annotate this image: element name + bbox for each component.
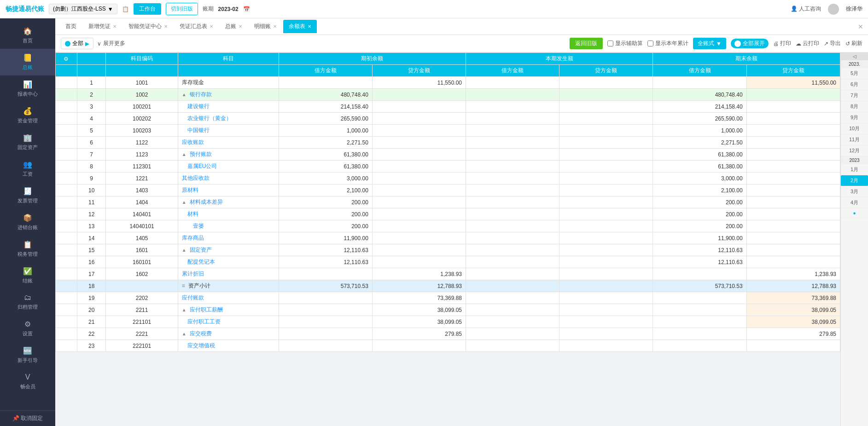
sidebar-item-payroll[interactable]: 👥 工资 xyxy=(0,155,55,182)
month-12[interactable]: 12月 xyxy=(841,145,868,156)
name-cell[interactable]: ▲ 银行存款 xyxy=(178,89,279,101)
month-10[interactable]: 10月 xyxy=(841,123,868,134)
tab-smart-voucher[interactable]: 智能凭证中心✕ xyxy=(123,20,173,33)
sidebar-item-tax[interactable]: 📋 税务管理 xyxy=(0,236,55,262)
name-cell[interactable]: ▲ 应付职工薪酬 xyxy=(178,304,279,316)
name-cell[interactable]: 建设银行 xyxy=(178,101,279,113)
sidebar-item-capital[interactable]: 💰 资金管理 xyxy=(0,102,55,129)
sidebar-item-purchase-sales[interactable]: 📦 进销台账 xyxy=(0,209,55,236)
close-new-voucher[interactable]: ✕ xyxy=(113,24,117,29)
sidebar-item-report[interactable]: 📊 报表中心 xyxy=(0,75,55,102)
sidebar-item-guide[interactable]: 🆕 新手引导 xyxy=(0,342,55,368)
month-11[interactable]: 11月 xyxy=(841,134,868,145)
expand-all-toggle[interactable]: 全部展开 xyxy=(731,39,769,48)
name-link[interactable]: 中国银行 xyxy=(187,127,210,133)
sidebar-item-home[interactable]: 🏠 首页 xyxy=(0,22,55,49)
sidebar-item-member[interactable]: V 畅会员 xyxy=(0,368,55,395)
name-cell[interactable]: ▲ 预付账款 xyxy=(178,149,279,161)
name-cell[interactable]: 应付职工工资 xyxy=(178,316,279,328)
refresh-button[interactable]: ↺ 刷新 xyxy=(845,40,862,47)
name-link[interactable]: 银行存款 xyxy=(190,91,212,98)
side-panel-collapse[interactable]: ◁ xyxy=(841,52,868,60)
cloud-print-button[interactable]: ☁ 云打印 xyxy=(796,40,819,47)
month-8[interactable]: 8月 xyxy=(841,101,868,112)
sidebar-item-settle[interactable]: ✅ 结账 xyxy=(0,262,55,289)
name-link[interactable]: 应收账款 xyxy=(182,139,204,145)
switch-old-button[interactable]: 切到旧版 xyxy=(166,3,198,15)
name-cell[interactable]: 库存商品 xyxy=(178,232,279,244)
name-cell[interactable]: 嘉属EU公司 xyxy=(178,161,279,173)
name-cell[interactable]: ▲ 应交税费 xyxy=(178,328,279,340)
name-link[interactable]: 材料 xyxy=(187,211,198,217)
show-aux-checkbox[interactable]: 显示辅助算 xyxy=(607,40,643,47)
close-voucher-summary[interactable]: ✕ xyxy=(210,24,213,29)
name-link[interactable]: 壹篓 xyxy=(193,223,204,229)
tab-detailed-ledger[interactable]: 明细账✕ xyxy=(249,20,282,33)
company-selector[interactable]: (勿删）江西股垒-LSS ▼ xyxy=(49,4,117,14)
ytd-checkbox-input[interactable] xyxy=(647,40,653,46)
name-link[interactable]: 原材料 xyxy=(182,187,198,193)
name-link[interactable]: 固定资产 xyxy=(190,247,212,253)
name-cell[interactable]: ▲ 材料成本差异 xyxy=(178,196,279,208)
name-link[interactable]: 应付职工薪酬 xyxy=(190,306,223,313)
close-detailed-ledger[interactable]: ✕ xyxy=(273,24,277,29)
user-avatar[interactable] xyxy=(828,4,839,15)
name-cell[interactable]: 原材料 xyxy=(178,184,279,196)
pin-fixed-btn[interactable]: 📌 取消固定 xyxy=(0,410,55,426)
close-general-ledger[interactable]: ✕ xyxy=(239,24,242,29)
month-dot[interactable]: ● xyxy=(841,208,868,218)
name-link[interactable]: 配提凭记本 xyxy=(187,259,215,265)
name-link[interactable]: 应付账款 xyxy=(182,294,204,301)
month-2-active[interactable]: 2月 xyxy=(841,175,868,186)
close-smart-voucher[interactable]: ✕ xyxy=(164,24,168,29)
name-cell[interactable]: 应付账款 xyxy=(178,292,279,304)
name-cell[interactable]: 累计折旧 xyxy=(178,268,279,280)
name-cell[interactable]: ▲ 固定资产 xyxy=(178,244,279,256)
tab-general-ledger[interactable]: 总账✕ xyxy=(220,20,248,33)
sidebar-item-invoice[interactable]: 🧾 发票管理 xyxy=(0,182,55,209)
close-balance-sheet[interactable]: ✕ xyxy=(308,24,311,29)
name-cell[interactable]: 其他应收款 xyxy=(178,173,279,184)
name-link[interactable]: 预付账款 xyxy=(190,151,212,157)
name-cell[interactable]: 配提凭记本 xyxy=(178,256,279,268)
workbench-button[interactable]: 工作台 xyxy=(134,3,161,15)
return-old-button[interactable]: 返回旧版 xyxy=(570,38,603,49)
month-5[interactable]: 5月 xyxy=(841,68,868,79)
print-button[interactable]: 🖨 打印 xyxy=(773,40,791,47)
name-link[interactable]: 农业银行（黄金） xyxy=(187,115,232,121)
export-button[interactable]: ↗ 导出 xyxy=(824,40,841,47)
tab-balance-sheet[interactable]: 余额表✕ xyxy=(283,20,317,33)
month-7[interactable]: 7月 xyxy=(841,90,868,101)
name-link[interactable]: 应付职工工资 xyxy=(187,318,221,325)
name-link[interactable]: 应交增值税 xyxy=(187,342,215,349)
month-1[interactable]: 1月 xyxy=(841,164,868,175)
month-6[interactable]: 6月 xyxy=(841,79,868,90)
calendar-icon[interactable]: 📅 xyxy=(243,6,250,12)
copy-icon[interactable]: 📋 xyxy=(122,6,129,12)
month-4[interactable]: 4月 xyxy=(841,197,868,208)
sidebar-item-settings[interactable]: ⚙ 设置 xyxy=(0,315,55,342)
sidebar-item-fixed-assets[interactable]: 🏢 固定资产 xyxy=(0,129,55,155)
sidebar-item-ledger[interactable]: 📒 总账 xyxy=(0,49,55,75)
name-link[interactable]: 建设银行 xyxy=(187,103,210,109)
tab-voucher-summary[interactable]: 凭证汇总表✕ xyxy=(174,20,219,33)
name-cell[interactable]: 壹篓 xyxy=(178,220,279,232)
aux-checkbox-input[interactable] xyxy=(607,40,613,46)
expand-more-button[interactable]: ∨ 展开更多 xyxy=(97,40,125,47)
month-9[interactable]: 9月 xyxy=(841,112,868,123)
consult-button[interactable]: 👤 人工咨询 xyxy=(791,5,821,13)
close-all-tabs[interactable]: ✕ xyxy=(858,23,863,30)
month-3[interactable]: 3月 xyxy=(841,186,868,197)
name-link[interactable]: 材料成本差异 xyxy=(190,199,223,205)
name-link[interactable]: 累计折旧 xyxy=(182,271,204,277)
all-select-dropdown[interactable]: 全部 ▶ xyxy=(61,38,93,49)
name-cell[interactable]: 中国银行 xyxy=(178,125,279,137)
name-link[interactable]: 其他应收款 xyxy=(182,175,210,181)
name-link[interactable]: 嘉属EU公司 xyxy=(187,163,217,169)
name-cell[interactable]: 材料 xyxy=(178,208,279,220)
name-cell[interactable]: 应收账款 xyxy=(178,137,279,149)
tab-new-voucher[interactable]: 新增凭证✕ xyxy=(83,20,122,33)
name-link[interactable]: 库存商品 xyxy=(182,235,204,241)
name-cell[interactable]: 应交增值税 xyxy=(178,340,279,352)
name-link[interactable]: 应交税费 xyxy=(190,330,212,337)
